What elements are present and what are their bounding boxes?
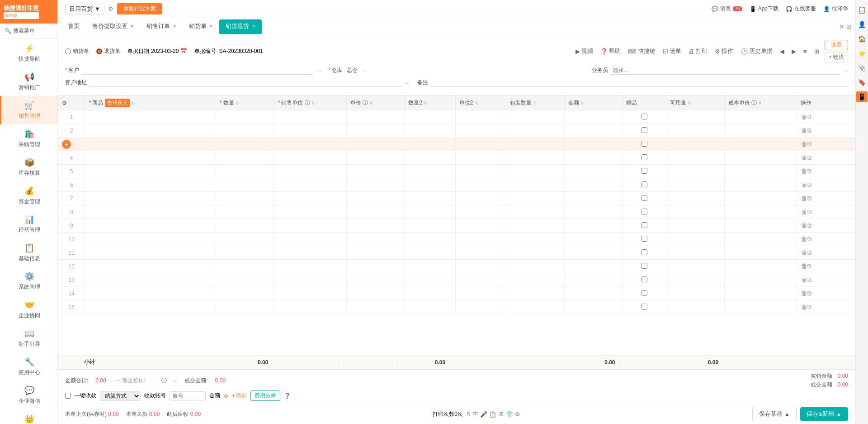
- cell-available[interactable]: [666, 300, 724, 314]
- cell-qty2[interactable]: [405, 178, 456, 192]
- sidebar-item-finance[interactable]: 💰 资金管理: [0, 181, 57, 210]
- cell-product[interactable]: [85, 273, 216, 287]
- cell-unit[interactable]: [274, 110, 346, 124]
- save-draft-btn[interactable]: 保存草稿 ▲: [752, 407, 797, 421]
- cell-qty2[interactable]: [405, 260, 456, 273]
- tab-sales-return[interactable]: 销货退货 ✕: [219, 19, 262, 34]
- tool-btn-7[interactable]: ⚙: [515, 410, 520, 418]
- delete-row-btn[interactable]: 🗑: [801, 113, 807, 120]
- gift-checkbox[interactable]: [642, 141, 647, 147]
- sidebar-item-system[interactable]: ⚙️ 系统管理: [0, 267, 57, 295]
- tab-sales-close[interactable]: ✕: [209, 24, 213, 29]
- copy-row-btn[interactable]: ⧉: [807, 140, 811, 148]
- btn-grid-view[interactable]: ⊞: [812, 47, 821, 56]
- btn-settings[interactable]: 设置: [825, 40, 848, 50]
- sidebar-item-inventory[interactable]: 📦 库存核算: [0, 153, 57, 181]
- cell-available[interactable]: [666, 246, 724, 260]
- btn-help[interactable]: ❓ 帮助: [599, 46, 623, 56]
- rsidebar-btn-1[interactable]: 📋: [856, 5, 868, 15]
- cell-available[interactable]: [666, 273, 724, 287]
- cell-price[interactable]: [346, 246, 405, 260]
- customer-more-btn[interactable]: ···: [316, 67, 321, 74]
- cell-qty2[interactable]: [405, 138, 456, 151]
- cell-amount[interactable]: [564, 233, 623, 246]
- cell-qty[interactable]: [216, 138, 274, 151]
- cell-available[interactable]: [666, 192, 724, 205]
- radio-sale-input[interactable]: [65, 48, 71, 54]
- cell-unit2[interactable]: [455, 205, 506, 219]
- cell-available[interactable]: [666, 110, 724, 124]
- cell-qty2[interactable]: [405, 273, 456, 287]
- fee-split-btn[interactable]: 费用分摊: [250, 391, 280, 401]
- cell-cost-price[interactable]: [724, 165, 797, 178]
- cell-gift[interactable]: [623, 260, 666, 273]
- copy-row-btn[interactable]: ⧉: [807, 113, 811, 121]
- cell-qty2[interactable]: [405, 192, 456, 205]
- cell-packqty[interactable]: [506, 300, 565, 314]
- cell-available[interactable]: [666, 205, 724, 219]
- cell-gift[interactable]: [623, 287, 666, 300]
- cell-qty[interactable]: [216, 260, 274, 273]
- rsidebar-btn-5[interactable]: 📎: [856, 62, 868, 73]
- message-btn[interactable]: 💬 消息 70: [712, 5, 742, 13]
- cell-amount[interactable]: [564, 287, 623, 300]
- cell-gift[interactable]: [623, 138, 666, 151]
- cell-cost-price[interactable]: [724, 205, 797, 219]
- cell-cost-price[interactable]: [724, 246, 797, 260]
- cell-qty[interactable]: [216, 287, 274, 300]
- gift-checkbox[interactable]: [642, 209, 647, 214]
- tab-sales[interactable]: 销货单 ✕: [183, 19, 219, 34]
- copy-row-btn[interactable]: ⧉: [807, 276, 811, 284]
- cell-qty[interactable]: [216, 165, 274, 178]
- barcode-scan-btn[interactable]: 扫码录入: [105, 99, 130, 107]
- cell-available[interactable]: [666, 165, 724, 178]
- radio-sale[interactable]: 销货单: [65, 48, 89, 55]
- delete-row-btn[interactable]: 🗑: [801, 208, 807, 215]
- cell-cost-price[interactable]: [724, 287, 797, 300]
- cell-gift[interactable]: [623, 151, 666, 165]
- copy-row-btn[interactable]: ⧉: [807, 290, 811, 297]
- cell-cost-price[interactable]: [724, 219, 797, 233]
- sidebar-item-appcenter[interactable]: 🔧 应用中心: [0, 353, 57, 381]
- cell-price[interactable]: [346, 300, 405, 314]
- online-service-btn[interactable]: 🎧 在线客服: [786, 5, 816, 13]
- cell-gift[interactable]: [623, 124, 666, 138]
- cell-amount[interactable]: [564, 300, 623, 314]
- cell-unit[interactable]: [274, 151, 346, 165]
- cell-amount[interactable]: [564, 219, 623, 233]
- cell-qty2[interactable]: [405, 110, 456, 124]
- cell-product[interactable]: [85, 287, 216, 300]
- cell-product[interactable]: [85, 300, 216, 314]
- cell-price[interactable]: [346, 205, 405, 219]
- cell-price[interactable]: [346, 151, 405, 165]
- cell-qty2[interactable]: [405, 205, 456, 219]
- tab-price-close[interactable]: ✕: [130, 24, 134, 29]
- delete-row-btn[interactable]: 🗑: [801, 290, 807, 297]
- cell-amount[interactable]: [564, 192, 623, 205]
- cell-packqty[interactable]: [506, 287, 565, 300]
- cell-product[interactable]: [85, 192, 216, 205]
- cell-available[interactable]: [666, 124, 724, 138]
- cell-qty[interactable]: [216, 233, 274, 246]
- app-download-btn[interactable]: 📱 App下载: [750, 5, 778, 13]
- tool-btn-1[interactable]: S: [467, 410, 471, 418]
- cell-cost-price[interactable]: [724, 124, 797, 138]
- cell-qty[interactable]: [216, 192, 274, 205]
- cell-cost-price[interactable]: [724, 192, 797, 205]
- cell-amount[interactable]: [564, 260, 623, 273]
- delete-row-btn[interactable]: 🗑: [801, 235, 807, 243]
- cell-unit[interactable]: [274, 138, 346, 151]
- cell-packqty[interactable]: [506, 151, 565, 165]
- cell-product[interactable]: [85, 110, 216, 124]
- delete-row-btn[interactable]: 🗑: [801, 303, 807, 310]
- cell-amount[interactable]: [564, 273, 623, 287]
- sidebar-search[interactable]: 🔍 搜索菜单: [0, 24, 57, 39]
- save-new-btn[interactable]: 保存&新增 ▲: [800, 407, 848, 421]
- col-unit-sort[interactable]: ⇅: [311, 100, 315, 105]
- gift-checkbox[interactable]: [642, 181, 647, 187]
- cell-product[interactable]: [85, 260, 216, 273]
- gift-checkbox[interactable]: [642, 263, 647, 269]
- cell-gift[interactable]: [623, 205, 666, 219]
- btn-history[interactable]: 🕐 历史单据: [739, 46, 774, 56]
- btn-operate[interactable]: ⚙ 操作: [713, 46, 735, 56]
